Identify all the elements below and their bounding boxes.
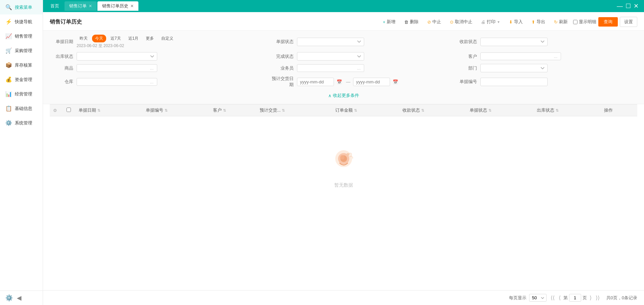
restore-button[interactable]: ☐ bbox=[626, 2, 631, 10]
customer-label: 客户 bbox=[454, 53, 480, 60]
calendar-start-icon[interactable]: 📅 bbox=[335, 79, 343, 84]
first-page-button[interactable]: ⟨⟨ bbox=[549, 294, 556, 302]
sidebar-item-label: 经营管理 bbox=[15, 91, 32, 97]
search-icon: 🔍 bbox=[5, 4, 12, 10]
sidebar-item-quick-nav[interactable]: ⚡ 快捷导航 bbox=[0, 14, 43, 29]
date-1month[interactable]: 近1月 bbox=[125, 35, 142, 42]
query-button[interactable]: 查询 bbox=[598, 17, 618, 27]
stop-button[interactable]: ⊘ 中止 bbox=[424, 17, 444, 26]
salesperson-input[interactable] bbox=[299, 66, 356, 71]
sidebar-item-label: 采购管理 bbox=[15, 48, 32, 54]
sidebar-item-label: 资金管理 bbox=[15, 77, 32, 83]
data-table: ⚙ 单据日期 ⇅ 单据编号 ⇅ bbox=[50, 104, 637, 116]
sidebar-item-inventory-check[interactable]: 📦 库存核算 bbox=[0, 58, 43, 72]
complete-status-select[interactable] bbox=[297, 52, 364, 61]
filter-row-4: 仓库 ... 预计交货日期 📅 — 📅 bbox=[50, 76, 637, 88]
th-checkbox[interactable] bbox=[63, 105, 75, 116]
filter-area: 单据日期 昨天 今天 近7天 近1月 更多 自定义 2023-06-02 至 2… bbox=[43, 31, 644, 104]
sidebar-item-search-menu[interactable]: 🔍 搜索菜单 bbox=[0, 0, 43, 14]
delivery-date-end-input[interactable] bbox=[353, 78, 390, 86]
warehouse-ellipsis-btn[interactable]: ... bbox=[148, 79, 155, 84]
th-delivery-date[interactable]: 预计交货... ⇅ bbox=[256, 105, 332, 116]
import-button[interactable]: ⬇ 导入 bbox=[506, 17, 526, 26]
settings-button[interactable]: 设置 bbox=[620, 17, 637, 27]
customer-ellipsis-btn[interactable]: ... bbox=[553, 54, 559, 59]
tab-sales-order[interactable]: 销售订单 ✕ bbox=[65, 1, 97, 11]
product-input[interactable] bbox=[79, 66, 148, 71]
th-date-label: 单据日期 bbox=[79, 108, 96, 113]
outbound-status-select[interactable] bbox=[77, 52, 157, 61]
th-amount[interactable]: 订单金额 ⇅ bbox=[332, 105, 399, 116]
delete-button[interactable]: 🗑 删除 bbox=[401, 17, 422, 26]
salesperson-ellipsis-btn[interactable]: ... bbox=[356, 66, 362, 71]
sidebar-bottom: ⚙️ ◀ bbox=[0, 291, 43, 305]
minimize-button[interactable]: — bbox=[617, 3, 623, 10]
import-icon: ⬇ bbox=[509, 20, 513, 25]
sort-date-icon: ⇅ bbox=[97, 108, 100, 112]
delivery-date-start-input[interactable] bbox=[297, 78, 334, 86]
customer-input[interactable] bbox=[483, 54, 552, 59]
date-range-display: 2023-06-02 至 2023-06-02 bbox=[77, 43, 176, 49]
payment-status-label: 收款状态 bbox=[454, 39, 480, 45]
sidebar-item-purchase-mgmt[interactable]: 🛒 采购管理 bbox=[0, 43, 43, 58]
sidebar-item-sales-mgmt[interactable]: 📈 销售管理 bbox=[0, 29, 43, 43]
page-title: 销售订单历史 bbox=[50, 18, 82, 26]
th-payment-status[interactable]: 收款状态 ⇅ bbox=[399, 105, 466, 116]
page-size-select[interactable]: 50 100 200 bbox=[529, 294, 547, 302]
new-button[interactable]: + 新增 bbox=[380, 17, 399, 26]
th-date[interactable]: 单据日期 ⇅ bbox=[75, 105, 142, 116]
page-number-input[interactable] bbox=[569, 294, 581, 302]
prev-page-button[interactable]: ⟨ bbox=[557, 294, 562, 302]
total-info: 共0页，0条记录 bbox=[606, 295, 637, 301]
ops-icon: 📊 bbox=[5, 91, 12, 97]
date-more[interactable]: 更多 bbox=[143, 35, 157, 42]
th-outbound-status[interactable]: 出库状态 ⇅ bbox=[533, 105, 601, 116]
cancel-stop-button[interactable]: ⊙ 取消中止 bbox=[446, 17, 476, 26]
column-settings-icon[interactable]: ⚙ bbox=[53, 108, 57, 113]
calendar-end-icon[interactable]: 📅 bbox=[391, 79, 399, 84]
date-custom[interactable]: 自定义 bbox=[158, 35, 176, 42]
refresh-button[interactable]: ↻ 刷新 bbox=[551, 17, 571, 26]
last-page-button[interactable]: ⟩⟩ bbox=[594, 294, 601, 302]
display-columns-checkbox[interactable]: 显示明细 bbox=[573, 19, 596, 25]
date-yesterday[interactable]: 昨天 bbox=[77, 35, 91, 42]
settings-bottom-icon[interactable]: ⚙️ bbox=[5, 294, 13, 302]
close-tab-sales-order-history-icon[interactable]: ✕ bbox=[130, 4, 134, 8]
date-options-group: 昨天 今天 近7天 近1月 更多 自定义 2023-06-02 至 2023-0… bbox=[77, 35, 176, 49]
date-7days[interactable]: 近7天 bbox=[108, 35, 124, 42]
sidebar-item-capital-mgmt[interactable]: 💰 资金管理 bbox=[0, 72, 43, 87]
th-order-status[interactable]: 单据状态 ⇅ bbox=[466, 105, 533, 116]
salesperson-input-group: ... bbox=[297, 64, 364, 72]
th-settings[interactable]: ⚙ bbox=[50, 105, 63, 116]
select-all-checkbox[interactable] bbox=[67, 108, 71, 112]
date-group: 昨天 今天 近7天 近1月 更多 自定义 bbox=[77, 35, 176, 42]
delete-icon: 🗑 bbox=[404, 20, 409, 25]
warehouse-input[interactable] bbox=[79, 79, 148, 84]
product-ellipsis-btn[interactable]: ... bbox=[148, 66, 155, 71]
close-tab-sales-order-icon[interactable]: ✕ bbox=[89, 4, 92, 8]
department-select[interactable] bbox=[480, 64, 548, 72]
export-button[interactable]: ⬆ 导出 bbox=[528, 17, 549, 26]
order-status-select[interactable] bbox=[297, 38, 364, 46]
svg-point-3 bbox=[340, 155, 344, 159]
sidebar-item-ops-mgmt[interactable]: 📊 经营管理 bbox=[0, 87, 43, 101]
print-dropdown-icon: ▼ bbox=[497, 20, 500, 24]
tab-sales-order-history[interactable]: 销售订单历史 ✕ bbox=[97, 1, 138, 11]
purchase-icon: 🛒 bbox=[5, 47, 12, 54]
sidebar-item-sys-mgmt[interactable]: ⚙️ 系统管理 bbox=[0, 116, 43, 130]
th-customer[interactable]: 客户 ⇅ bbox=[210, 105, 256, 116]
next-page-button[interactable]: ⟩ bbox=[588, 294, 593, 302]
order-number-input[interactable] bbox=[480, 78, 548, 86]
display-columns-input[interactable] bbox=[573, 20, 577, 24]
close-window-button[interactable]: ✕ bbox=[634, 2, 639, 10]
collapse-sidebar-icon[interactable]: ◀ bbox=[17, 294, 22, 302]
date-today[interactable]: 今天 bbox=[92, 35, 106, 42]
tab-home[interactable]: 首页 bbox=[46, 1, 64, 11]
th-number[interactable]: 单据编号 ⇅ bbox=[142, 105, 210, 116]
print-button[interactable]: 🖨 打印 ▼ bbox=[478, 17, 504, 26]
collapse-conditions-btn[interactable]: ∧ 收起更多条件 bbox=[50, 91, 637, 100]
th-number-label: 单据编号 bbox=[146, 108, 163, 113]
filter-cell-date: 单据日期 昨天 今天 近7天 近1月 更多 自定义 2023-06-02 至 2… bbox=[50, 35, 270, 49]
sidebar-item-basic-info[interactable]: 📋 基础信息 bbox=[0, 101, 43, 116]
payment-status-select[interactable] bbox=[480, 38, 548, 46]
